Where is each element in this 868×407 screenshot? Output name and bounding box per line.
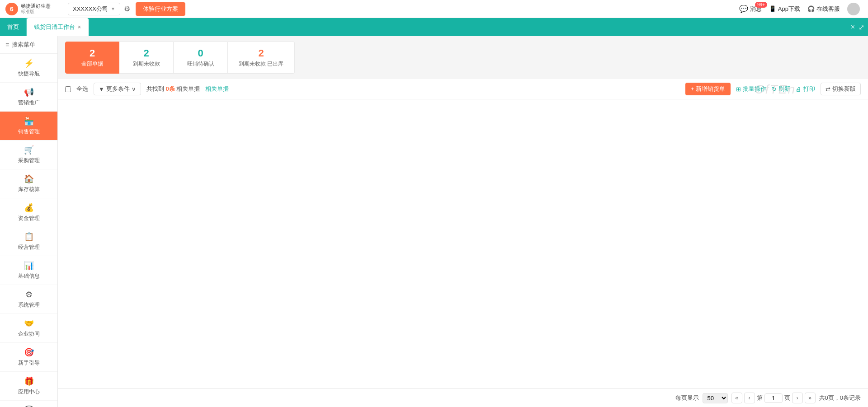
marketing-icon: 📢 bbox=[24, 87, 34, 97]
stat-label-all: 全部单据 bbox=[81, 60, 103, 68]
sidebar-item-nav-label: 快捷导航 bbox=[18, 70, 40, 78]
sidebar-item-enterprise[interactable]: 🤝 企业协同 bbox=[0, 314, 57, 343]
settings-icon[interactable]: ⚙ bbox=[124, 5, 130, 13]
page-size-label: 每页显示 bbox=[675, 394, 699, 402]
page-size-select[interactable]: 50 10 20 100 bbox=[703, 393, 728, 403]
print-label: 打印 bbox=[803, 85, 815, 93]
sidebar-item-nav[interactable]: ⚡ 快捷导航 bbox=[0, 54, 57, 83]
found-count: 0条 bbox=[166, 85, 175, 92]
wechat-icon: 💬 bbox=[24, 405, 34, 407]
sidebar-item-wechat[interactable]: 💬 企业微信 bbox=[0, 401, 57, 407]
sidebar-item-appstore-label: 应用中心 bbox=[18, 388, 40, 396]
page-input[interactable] bbox=[764, 393, 783, 403]
pagination-bar: 每页显示 50 10 20 100 « ‹ 第 页 › » 共0页，0条记录 bbox=[58, 388, 868, 407]
select-all-checkbox[interactable] bbox=[65, 86, 71, 92]
sidebar-item-finance-label: 资金管理 bbox=[18, 215, 40, 222]
sidebar-item-sales[interactable]: 🏪 销售管理 bbox=[0, 112, 57, 140]
stat-number-pending: 0 bbox=[198, 47, 203, 59]
tab-work-label: 钱货日清工作台 bbox=[34, 23, 75, 31]
toolbar-right: + 新增销货单 ⊞ 批量操作 ↻ 刷新 🖨 打印 ⇄ 切换新版 bbox=[685, 83, 861, 95]
operation-icon: 📋 bbox=[24, 232, 34, 242]
page-label: 第 bbox=[757, 394, 763, 402]
app-download-label: App下载 bbox=[778, 5, 800, 13]
menu-search-icon: ≡ bbox=[5, 41, 9, 48]
company-selector[interactable]: XXXXXX公司 ▼ bbox=[68, 3, 120, 15]
stat-number-shipped: 2 bbox=[259, 47, 264, 59]
print-button[interactable]: 🖨 打印 bbox=[796, 85, 815, 93]
stat-number-all: 2 bbox=[90, 47, 95, 59]
inventory-icon: 🏠 bbox=[24, 174, 34, 184]
finance-icon: 💰 bbox=[24, 203, 34, 213]
switch-label: 切换新版 bbox=[832, 85, 856, 93]
tab-work[interactable]: 钱货日清工作台 × bbox=[27, 18, 89, 36]
refresh-label: 刷新 bbox=[778, 85, 790, 93]
sidebar-item-basic[interactable]: 📊 基础信息 bbox=[0, 256, 57, 285]
close-window-icon[interactable]: × bbox=[851, 23, 855, 31]
stat-card-overdue[interactable]: 2 到期未收款 bbox=[119, 42, 174, 74]
appstore-icon: 🎁 bbox=[24, 376, 34, 386]
last-page-button[interactable]: » bbox=[805, 393, 816, 403]
related-orders-link[interactable]: 相关单据 bbox=[205, 85, 229, 93]
first-page-button[interactable]: « bbox=[731, 393, 742, 403]
sidebar-item-guide-label: 新手引导 bbox=[18, 359, 40, 367]
switch-version-button[interactable]: ⇄ 切换新版 bbox=[821, 83, 861, 95]
refresh-icon: ↻ bbox=[772, 86, 777, 93]
sidebar-item-sales-label: 销售管理 bbox=[18, 128, 40, 136]
app-icon: 📱 bbox=[769, 5, 776, 12]
sidebar-item-guide[interactable]: 🎯 新手引导 bbox=[0, 343, 57, 372]
service-label: 在线客服 bbox=[816, 5, 840, 13]
system-icon: ⚙ bbox=[25, 290, 33, 299]
stat-label-overdue: 到期未收款 bbox=[133, 60, 160, 68]
avatar bbox=[847, 3, 860, 15]
sidebar-item-operation-label: 经营管理 bbox=[18, 243, 40, 251]
trial-button[interactable]: 体验行业方案 bbox=[136, 2, 185, 16]
sidebar-item-marketing[interactable]: 📢 营销推广 bbox=[0, 83, 57, 112]
tab-bar: 首页 钱货日清工作台 × × ⤢ bbox=[0, 18, 868, 36]
sales-icon: 🏪 bbox=[24, 116, 34, 126]
logo-text: 畅捷通好生意 标准版 bbox=[21, 3, 51, 14]
stat-card-pending[interactable]: 0 旺铺待确认 bbox=[174, 42, 228, 74]
sidebar-item-system[interactable]: ⚙ 系统管理 bbox=[0, 285, 57, 314]
sidebar: ≡ 搜索菜单 ⚡ 快捷导航 📢 营销推广 🏪 销售管理 🛒 采购管理 🏠 库存核… bbox=[0, 36, 58, 407]
message-icon: 💬 bbox=[739, 5, 748, 13]
batch-icon: ⊞ bbox=[736, 86, 741, 93]
chevron-down-icon: ▼ bbox=[111, 6, 115, 11]
filter-button[interactable]: ▼ 更多条件 ∨ bbox=[94, 83, 141, 95]
avatar-area[interactable] bbox=[847, 3, 863, 15]
sidebar-item-operation[interactable]: 📋 经营管理 bbox=[0, 227, 57, 256]
sidebar-item-finance[interactable]: 💰 资金管理 bbox=[0, 198, 57, 227]
sidebar-item-marketing-label: 营销推广 bbox=[18, 99, 40, 107]
tab-close-icon[interactable]: × bbox=[78, 24, 81, 30]
found-text: 共找到 0条 相关单据 bbox=[146, 85, 200, 93]
page-nav: « ‹ 第 页 › » bbox=[731, 393, 816, 403]
content-area: 2 全部单据 2 到期未收款 0 旺铺待确认 2 到期未收款 已出库 全选 ▼ … bbox=[58, 36, 868, 407]
filter-icon: ▼ bbox=[99, 86, 104, 93]
stat-card-shipped[interactable]: 2 到期未收款 已出库 bbox=[228, 42, 295, 74]
next-page-button[interactable]: › bbox=[792, 393, 803, 403]
notification-area[interactable]: 💬 消息 99+ bbox=[739, 5, 762, 13]
headset-icon: 🎧 bbox=[807, 5, 815, 12]
refresh-button[interactable]: ↻ 刷新 bbox=[772, 85, 790, 93]
tab-home-label: 首页 bbox=[7, 23, 19, 31]
sidebar-item-appstore[interactable]: 🎁 应用中心 bbox=[0, 372, 57, 401]
table-area bbox=[58, 99, 868, 388]
tab-home[interactable]: 首页 bbox=[0, 18, 27, 36]
sidebar-item-system-label: 系统管理 bbox=[18, 301, 40, 309]
logo-area: 6 畅捷通好生意 标准版 bbox=[5, 3, 63, 15]
search-menu-item[interactable]: ≡ 搜索菜单 bbox=[0, 36, 57, 54]
stat-card-all[interactable]: 2 全部单据 bbox=[65, 42, 119, 74]
sidebar-item-purchase[interactable]: 🛒 采购管理 bbox=[0, 140, 57, 169]
online-service-area[interactable]: 🎧 在线客服 bbox=[807, 5, 840, 13]
company-name: XXXXXX公司 bbox=[73, 5, 108, 13]
expand-icon[interactable]: ⤢ bbox=[859, 23, 864, 32]
nav-icon: ⚡ bbox=[24, 58, 34, 68]
add-order-button[interactable]: + 新增销货单 bbox=[685, 83, 731, 95]
sidebar-item-inventory[interactable]: 🏠 库存核算 bbox=[0, 169, 57, 198]
tab-controls: × ⤢ bbox=[851, 18, 868, 36]
batch-button[interactable]: ⊞ 批量操作 bbox=[736, 85, 766, 93]
app-download-area[interactable]: 📱 App下载 bbox=[769, 5, 800, 13]
prev-page-button[interactable]: ‹ bbox=[744, 393, 755, 403]
purchase-icon: 🛒 bbox=[24, 145, 34, 155]
stat-label-pending: 旺铺待确认 bbox=[187, 60, 214, 68]
total-text: 共0页，0条记录 bbox=[819, 394, 861, 402]
